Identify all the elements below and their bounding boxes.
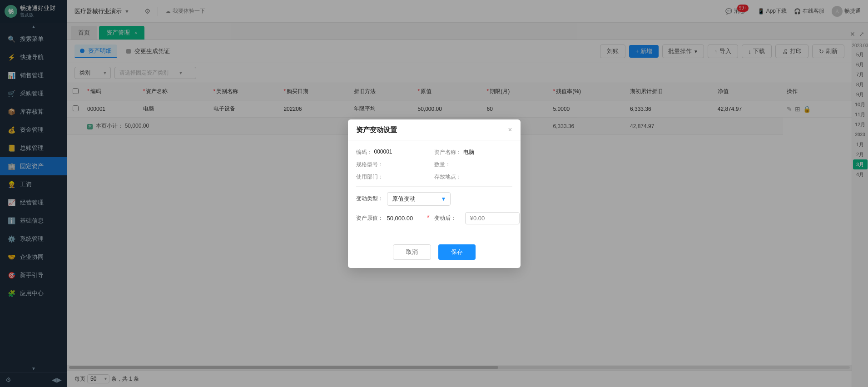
modal-info-row-1: 编码： 000001 资产名称： 电脑 bbox=[356, 149, 512, 156]
modal-divider bbox=[356, 186, 512, 187]
modal-asset-name-item: 资产名称： 电脑 bbox=[434, 149, 512, 156]
modal-overlay[interactable]: 资产变动设置 × 编码： 000001 资产名称： 电脑 规格型号： bbox=[0, 0, 868, 387]
modal-location-label: 存放地点： bbox=[434, 173, 461, 181]
modal-change-type-row: 变动类型： 原值变动 ▼ bbox=[356, 192, 512, 206]
required-star: * bbox=[427, 214, 430, 222]
modal-change-type-label: 变动类型： bbox=[356, 195, 383, 203]
modal-body: 编码： 000001 资产名称： 电脑 规格型号： 数量： bbox=[348, 140, 521, 239]
modal-department-item: 使用部门： bbox=[356, 173, 434, 181]
modal-asset-name-label: 资产名称： bbox=[434, 149, 461, 156]
modal-quantity-label: 数量： bbox=[434, 161, 451, 169]
modal-asset-original-value: 50,000.00 bbox=[387, 215, 423, 222]
modal-change-type-select[interactable]: 原值变动 ▼ bbox=[387, 192, 451, 206]
asset-change-modal: 资产变动设置 × 编码： 000001 资产名称： 电脑 规格型号： bbox=[348, 119, 521, 268]
modal-location-item: 存放地点： bbox=[434, 173, 512, 181]
modal-cancel-btn[interactable]: 取消 bbox=[393, 244, 431, 260]
modal-department-label: 使用部门： bbox=[356, 173, 383, 181]
modal-after-change-label: 变动后： bbox=[434, 214, 461, 222]
modal-after-change-input[interactable] bbox=[465, 212, 520, 224]
modal-info-row-3: 使用部门： 存放地点： bbox=[356, 173, 512, 181]
modal-spec-item: 规格型号： bbox=[356, 161, 434, 169]
modal-save-btn[interactable]: 保存 bbox=[438, 244, 476, 260]
modal-header: 资产变动设置 × bbox=[348, 119, 521, 140]
modal-asset-original-label: 资产原值： bbox=[356, 214, 383, 222]
modal-quantity-item: 数量： bbox=[434, 161, 512, 169]
modal-asset-name-value: 电脑 bbox=[463, 149, 474, 156]
modal-title: 资产变动设置 bbox=[356, 126, 397, 134]
modal-info-row-2: 规格型号： 数量： bbox=[356, 161, 512, 169]
change-type-chevron-icon: ▼ bbox=[441, 196, 446, 202]
modal-close-icon[interactable]: × bbox=[508, 126, 512, 134]
modal-spec-label: 规格型号： bbox=[356, 161, 383, 169]
modal-code-value: 000001 bbox=[374, 149, 392, 156]
modal-change-type-value: 原值变动 bbox=[392, 195, 416, 203]
modal-code-label: 编码： bbox=[356, 149, 372, 156]
modal-code-item: 编码： 000001 bbox=[356, 149, 434, 156]
modal-amount-row: 资产原值： 50,000.00 * 变动后： bbox=[356, 212, 512, 224]
modal-footer: 取消 保存 bbox=[348, 239, 521, 268]
